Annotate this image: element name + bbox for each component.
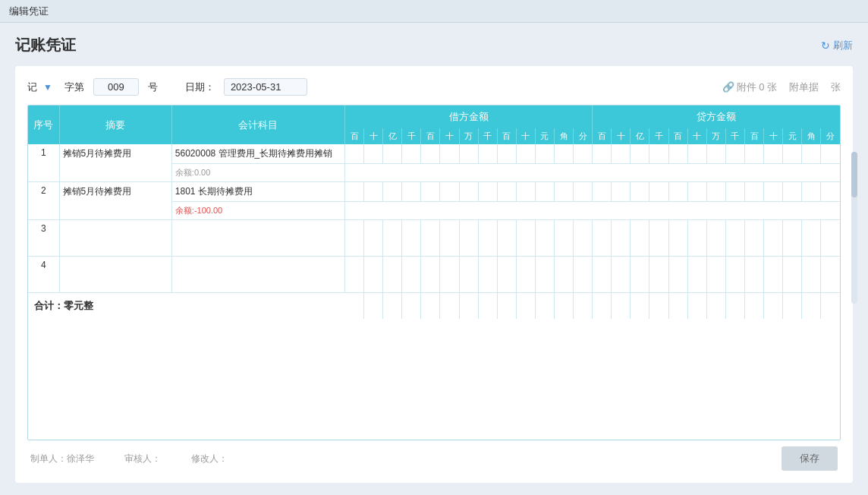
row1-c7[interactable] bbox=[706, 144, 725, 164]
row2-account[interactable]: 1801 长期待摊费用 bbox=[171, 182, 344, 202]
th-d-bai2: 百 bbox=[421, 128, 440, 144]
th-credit: 贷方金额 bbox=[593, 106, 840, 128]
row1-d5[interactable] bbox=[421, 144, 440, 164]
row2-balance-text: 余额:-100.00 bbox=[175, 206, 222, 215]
row1-c1[interactable] bbox=[593, 144, 612, 164]
th-c-jiao: 角 bbox=[802, 128, 821, 144]
th-c-shi2: 十 bbox=[687, 128, 706, 144]
voucher-table: 序号 摘要 会计科目 借方金额 贷方金额 百 十 亿 千 百 十 bbox=[28, 106, 840, 319]
row1-c13[interactable] bbox=[821, 144, 840, 164]
row1-d9[interactable] bbox=[497, 144, 516, 164]
row2-c8[interactable] bbox=[725, 182, 744, 202]
row2-d9[interactable] bbox=[497, 182, 516, 202]
row1-c11[interactable] bbox=[783, 144, 802, 164]
th-c-shi: 十 bbox=[612, 128, 631, 144]
modifier-info: 修改人： bbox=[191, 452, 228, 465]
row1-c4[interactable] bbox=[649, 144, 668, 164]
row2-c7[interactable] bbox=[706, 182, 725, 202]
row2-d5[interactable] bbox=[421, 182, 440, 202]
row2-summary[interactable]: 摊销5月待摊费用 bbox=[59, 182, 171, 220]
header-right: 🔗 附件 0 张 附单据 张 bbox=[722, 80, 841, 94]
row2-c5[interactable] bbox=[668, 182, 687, 202]
row1-d2[interactable] bbox=[364, 144, 383, 164]
row2-d3[interactable] bbox=[383, 182, 402, 202]
row1-c6[interactable] bbox=[687, 144, 706, 164]
row2-d7[interactable] bbox=[459, 182, 478, 202]
row2-c3[interactable] bbox=[631, 182, 649, 202]
row2-d4[interactable] bbox=[402, 182, 421, 202]
th-d-yuan: 元 bbox=[535, 128, 554, 144]
voucher-type: 记 ▼ bbox=[27, 80, 55, 94]
row1-balance: 余额:0.00 bbox=[171, 164, 344, 182]
table-row-3: 3 bbox=[28, 220, 840, 257]
row2-d1[interactable] bbox=[344, 182, 363, 202]
row2-c11[interactable] bbox=[783, 182, 802, 202]
creator-name: 徐泽华 bbox=[67, 453, 94, 464]
row2-d13[interactable] bbox=[574, 182, 593, 202]
row2-d2[interactable] bbox=[364, 182, 383, 202]
row4-account[interactable] bbox=[171, 257, 344, 293]
row4-summary[interactable] bbox=[59, 257, 171, 293]
row2-c13[interactable] bbox=[821, 182, 840, 202]
row1-c8[interactable] bbox=[725, 144, 744, 164]
row3-summary[interactable] bbox=[59, 220, 171, 257]
row2-c2[interactable] bbox=[612, 182, 631, 202]
row1-d8[interactable] bbox=[478, 144, 497, 164]
row3-seq: 3 bbox=[28, 220, 59, 257]
row2-c1[interactable] bbox=[593, 182, 612, 202]
row1-c3[interactable] bbox=[631, 144, 649, 164]
row3-account[interactable] bbox=[171, 220, 344, 257]
row1-d4[interactable] bbox=[402, 144, 421, 164]
attachment-link[interactable]: 🔗 附件 0 张 bbox=[722, 80, 777, 94]
th-d-fen: 分 bbox=[574, 128, 593, 144]
row2-c10[interactable] bbox=[764, 182, 783, 202]
th-d-shi2: 十 bbox=[440, 128, 459, 144]
row2-d10[interactable] bbox=[516, 182, 535, 202]
refresh-icon: ↻ bbox=[821, 39, 830, 52]
col-header-row: 序号 摘要 会计科目 借方金额 贷方金额 bbox=[28, 106, 840, 128]
row2-d12[interactable] bbox=[555, 182, 574, 202]
page-title: 记账凭证 bbox=[15, 35, 76, 55]
row1-c9[interactable] bbox=[744, 144, 763, 164]
th-d-shi: 十 bbox=[364, 128, 383, 144]
row1-d10[interactable] bbox=[516, 144, 535, 164]
row2-d6[interactable] bbox=[440, 182, 459, 202]
date-label: 日期： bbox=[185, 80, 215, 94]
row1-d3[interactable] bbox=[383, 144, 402, 164]
scrollbar-thumb[interactable] bbox=[851, 152, 857, 197]
row1-d6[interactable] bbox=[440, 144, 459, 164]
row1-d12[interactable] bbox=[555, 144, 574, 164]
th-debit: 借方金额 bbox=[344, 106, 592, 128]
row2-c6[interactable] bbox=[687, 182, 706, 202]
row1-c10[interactable] bbox=[764, 144, 783, 164]
th-summary: 摘要 bbox=[59, 106, 171, 144]
right-scrollbar[interactable] bbox=[851, 152, 857, 304]
row2-c9[interactable] bbox=[744, 182, 763, 202]
date-input[interactable] bbox=[224, 78, 307, 96]
row1-summary[interactable]: 摊销5月待摊费用 bbox=[59, 144, 171, 182]
voucher-number-input[interactable] bbox=[93, 78, 139, 96]
row2-c4[interactable] bbox=[649, 182, 668, 202]
footer-row: 制单人：徐泽华 审核人： 修改人： 保存 bbox=[27, 440, 841, 471]
type-dropdown-button[interactable]: ▼ bbox=[40, 80, 55, 94]
save-button[interactable]: 保存 bbox=[782, 446, 838, 471]
row1-d11[interactable] bbox=[535, 144, 554, 164]
row1-c5[interactable] bbox=[668, 144, 687, 164]
row2-c12[interactable] bbox=[802, 182, 821, 202]
row2-d8[interactable] bbox=[478, 182, 497, 202]
row1-c2[interactable] bbox=[612, 144, 631, 164]
refresh-button[interactable]: ↻ 刷新 bbox=[821, 39, 853, 52]
row1-d13[interactable] bbox=[574, 144, 593, 164]
row1-account[interactable]: 56020008 管理费用_长期待摊费用摊销 bbox=[171, 144, 344, 164]
attachment-icon: 🔗 bbox=[722, 81, 734, 93]
zhang-label: 张 bbox=[831, 80, 841, 94]
row1-d7[interactable] bbox=[459, 144, 478, 164]
fu-dan-ju-link[interactable]: 附单据 bbox=[789, 80, 819, 94]
row1-d1[interactable] bbox=[344, 144, 363, 164]
voucher-header: 记 ▼ 字第 号 日期： 🔗 附件 0 张 附单据 张 bbox=[27, 78, 841, 96]
row2-d11[interactable] bbox=[535, 182, 554, 202]
th-d-wan: 万 bbox=[459, 128, 478, 144]
row1-c12[interactable] bbox=[802, 144, 821, 164]
row4-seq: 4 bbox=[28, 257, 59, 293]
main-content: 记账凭证 ↻ 刷新 记 ▼ 字第 号 日期： 🔗 bbox=[0, 23, 868, 495]
